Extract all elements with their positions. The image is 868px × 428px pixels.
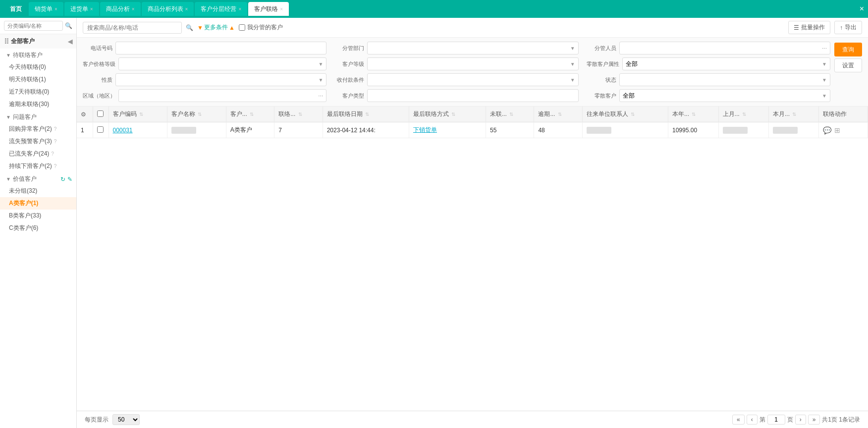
manager-dots-icon[interactable]: ··· bbox=[822, 45, 827, 52]
tab-purchase[interactable]: 进货单 × bbox=[64, 2, 99, 16]
sidebar-item-unclassified[interactable]: 未分组(32) bbox=[0, 185, 76, 197]
filter-nature: 性质 ▼ bbox=[83, 73, 326, 86]
all-customers-header: ⠿ 全部客户 ◀ bbox=[0, 34, 76, 49]
nature-select[interactable]: ▼ bbox=[115, 73, 326, 86]
query-button[interactable]: 查询 bbox=[834, 43, 862, 56]
settings-button[interactable]: 设置 bbox=[834, 58, 862, 72]
sidebar-search-input[interactable] bbox=[4, 21, 63, 31]
tab-goods-analysis[interactable]: 商品分析 × bbox=[100, 2, 141, 16]
retail-customer-select[interactable]: 全部 ▼ bbox=[619, 89, 830, 102]
row-overdue: 48 bbox=[534, 122, 582, 138]
sort-not-contact-icon[interactable]: ⇅ bbox=[509, 111, 513, 117]
last-page-button[interactable]: » bbox=[808, 415, 820, 425]
tab-goods-list[interactable]: 商品分析列表 × bbox=[142, 2, 194, 16]
close-goods-list-tab[interactable]: × bbox=[185, 6, 188, 12]
col-actions: 联络动作 bbox=[819, 107, 868, 122]
row-this-month bbox=[769, 122, 819, 138]
col-contact-count: 联络... ⇅ bbox=[274, 107, 323, 122]
question-icon-1[interactable]: ? bbox=[54, 126, 57, 132]
price-grade-select[interactable]: ▼ bbox=[118, 57, 326, 70]
sidebar-search-icon[interactable]: 🔍 bbox=[65, 22, 72, 29]
sort-this-month-icon[interactable]: ⇅ bbox=[792, 111, 796, 117]
collapse-sidebar-icon[interactable]: ◀ bbox=[68, 38, 72, 45]
sort-contact-icon[interactable]: ⇅ bbox=[298, 111, 302, 117]
sort-code-icon[interactable]: ⇅ bbox=[139, 111, 143, 117]
page-size-select[interactable]: 50 100 200 bbox=[112, 414, 140, 425]
payment-arrow: ▼ bbox=[570, 77, 575, 83]
more-filters-btn[interactable]: ▼ 更多条件 ▲ bbox=[197, 23, 235, 32]
close-customer-contact-tab[interactable]: × bbox=[280, 6, 283, 12]
tab-sales[interactable]: 销货单 × bbox=[29, 2, 63, 16]
export-icon: ↑ bbox=[840, 24, 843, 31]
batch-op-button[interactable]: ☰ 批量操作 bbox=[788, 21, 830, 34]
tab-customer-contact[interactable]: 客户联络 × bbox=[248, 2, 289, 16]
row-this-year: 10995.00 bbox=[668, 122, 719, 138]
edit-icon[interactable]: ✎ bbox=[67, 176, 72, 183]
row-code[interactable]: 000031 bbox=[108, 122, 167, 138]
search-input[interactable] bbox=[83, 22, 182, 34]
customer-type-input[interactable] bbox=[367, 89, 578, 102]
question-icon-3[interactable]: ? bbox=[51, 151, 54, 157]
question-icon-2[interactable]: ? bbox=[54, 139, 57, 144]
close-customer-tier-tab[interactable]: × bbox=[238, 6, 241, 12]
phone-input[interactable] bbox=[115, 42, 326, 54]
sidebar-item-a-class[interactable]: A类客户(1) bbox=[0, 197, 76, 210]
sort-last-method-icon[interactable]: ⇅ bbox=[451, 111, 455, 117]
dept-select[interactable]: ▼ bbox=[367, 42, 578, 54]
group-problem-customers[interactable]: ▼ 问题客户 bbox=[0, 110, 76, 123]
sidebar-item-churn-warning[interactable]: 流失预警客户(3) ? bbox=[0, 135, 76, 148]
sidebar-item-overdue-contact[interactable]: 逾期未联络(30) bbox=[0, 98, 76, 110]
search-button[interactable]: 🔍 bbox=[186, 24, 193, 31]
manager-input[interactable]: ··· bbox=[619, 42, 830, 54]
select-all-checkbox[interactable] bbox=[97, 110, 104, 117]
retail-attr-select[interactable]: 全部 ▼ bbox=[622, 57, 830, 70]
row-checkbox[interactable] bbox=[97, 126, 104, 133]
sort-this-year-icon[interactable]: ⇅ bbox=[692, 111, 696, 117]
sort-last-month-icon[interactable]: ⇅ bbox=[742, 111, 746, 117]
row-last-date: 2023-04-12 14:44: bbox=[323, 122, 409, 138]
table-settings-icon[interactable]: ⚙ bbox=[81, 111, 86, 118]
close-purchase-tab[interactable]: × bbox=[90, 6, 93, 12]
refresh-icon[interactable]: ↻ bbox=[60, 176, 65, 183]
sidebar-item-declining[interactable]: 持续下滑客户(2) ? bbox=[0, 160, 76, 172]
sidebar-item-c-class[interactable]: C类客户(6) bbox=[0, 222, 76, 234]
group-pending-contact[interactable]: ▼ 待联络客户 bbox=[0, 49, 76, 61]
sidebar-item-repurchase-abnormal[interactable]: 回购异常客户(2) ? bbox=[0, 123, 76, 135]
row-last-month bbox=[718, 122, 768, 138]
filter-row-3: 性质 ▼ 收付款条件 ▼ bbox=[83, 73, 830, 86]
sort-overdue-icon[interactable]: ⇅ bbox=[558, 111, 562, 117]
close-window-icon[interactable]: × bbox=[860, 4, 864, 13]
group-value-customers[interactable]: ▼ 价值客户 ↻ ✎ bbox=[0, 172, 76, 185]
sidebar-item-week-contact[interactable]: 近7天待联络(0) bbox=[0, 86, 76, 98]
sidebar-item-churned[interactable]: 已流失客户(24) ? bbox=[0, 148, 76, 160]
my-customers-check[interactable] bbox=[239, 24, 245, 31]
sidebar-item-tomorrow-contact[interactable]: 明天待联络(1) bbox=[0, 73, 76, 86]
sort-last-date-icon[interactable]: ⇅ bbox=[365, 111, 369, 117]
sidebar-item-b-class[interactable]: B类客户(33) bbox=[0, 210, 76, 222]
my-customers-checkbox[interactable]: 我分管的客户 bbox=[239, 23, 283, 32]
tab-home[interactable]: 首页 bbox=[4, 2, 28, 16]
sort-company-icon[interactable]: ⇅ bbox=[631, 111, 635, 117]
sort-name-icon[interactable]: ⇅ bbox=[198, 111, 202, 117]
payment-select[interactable]: ▼ bbox=[367, 73, 578, 86]
qr-action-icon[interactable]: ⊞ bbox=[834, 126, 840, 134]
first-page-button[interactable]: « bbox=[732, 415, 745, 425]
export-button[interactable]: ↑ 导出 bbox=[834, 21, 862, 34]
close-goods-analysis-tab[interactable]: × bbox=[132, 6, 135, 12]
page-number-input[interactable] bbox=[767, 415, 785, 425]
sidebar-item-today-contact[interactable]: 今天待联络(0) bbox=[0, 61, 76, 73]
customer-grade-select[interactable]: ▼ bbox=[367, 57, 578, 70]
row-company-contact bbox=[582, 122, 668, 138]
next-page-button[interactable]: › bbox=[795, 415, 806, 425]
question-icon-4[interactable]: ? bbox=[54, 163, 57, 169]
prev-page-button[interactable]: ‹ bbox=[747, 415, 758, 425]
filter-bar: 🔍 ▼ 更多条件 ▲ 我分管的客户 ☰ 批量操作 ↑ 导出 bbox=[77, 18, 868, 38]
close-sales-tab[interactable]: × bbox=[54, 6, 57, 12]
retail-attr-arrow: ▼ bbox=[822, 61, 827, 67]
chat-action-icon[interactable]: 💬 bbox=[823, 126, 831, 134]
sort-type-icon[interactable]: ⇅ bbox=[250, 111, 254, 117]
status-select[interactable]: ▼ bbox=[619, 73, 830, 86]
region-dots-icon[interactable]: ··· bbox=[318, 92, 323, 99]
tab-customer-tier[interactable]: 客户分层经营 × bbox=[195, 2, 247, 16]
region-input[interactable]: ··· bbox=[118, 89, 326, 102]
